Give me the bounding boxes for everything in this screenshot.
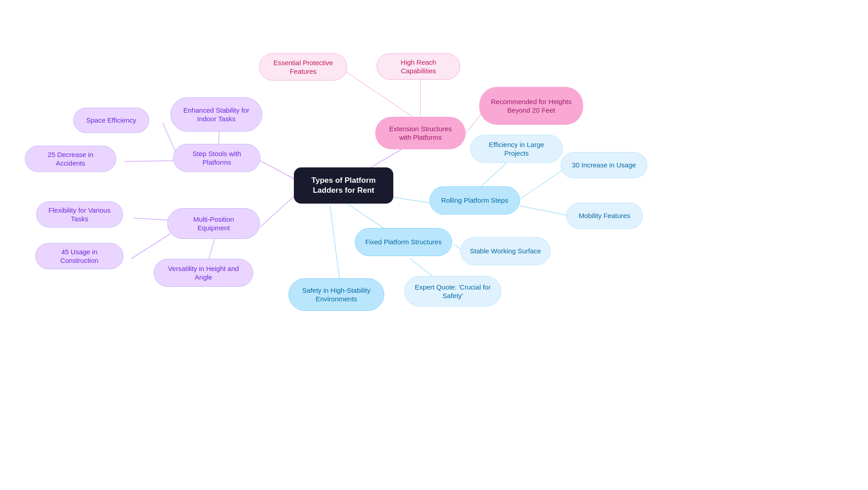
- efficiency-large-label: Efficiency in Large Projects: [480, 140, 553, 158]
- rolling-platform-node: Rolling Platform Steps: [429, 186, 520, 214]
- svg-line-7: [124, 161, 176, 162]
- stable-working-node: Stable Working Surface: [460, 237, 551, 265]
- usage-construction-node: 45 Usage in Construction: [35, 243, 123, 269]
- fixed-platform-node: Fixed Platform Structures: [355, 228, 452, 256]
- increase-usage-node: 30 Increase in Usage: [561, 152, 647, 178]
- svg-line-6: [163, 123, 176, 154]
- mobility-features-node: Mobility Features: [566, 203, 643, 229]
- center-label: Types of Platform Ladders for Rent: [303, 176, 384, 195]
- safety-high-stability-label: Safety in High-Stability Environments: [298, 286, 375, 304]
- rolling-platform-label: Rolling Platform Steps: [441, 196, 508, 205]
- decrease-accidents-label: 25 Decrease in Accidents: [34, 150, 107, 168]
- step-stools-node: Step Stools with Platforms: [173, 144, 260, 172]
- svg-line-14: [520, 168, 565, 199]
- expert-quote-label: Expert Quote: 'Crucial for Safety': [414, 283, 492, 300]
- recommended-heights-label: Recommended for Heights Beyond 20 Feet: [488, 97, 574, 115]
- expert-quote-node: Expert Quote: 'Crucial for Safety': [404, 276, 501, 307]
- multi-position-node: Multi-Position Equipment: [167, 208, 260, 239]
- svg-line-19: [330, 206, 340, 283]
- fixed-platform-label: Fixed Platform Structures: [365, 238, 442, 247]
- essential-protective-node: Essential Protective Features: [259, 53, 347, 81]
- mobility-features-label: Mobility Features: [579, 211, 630, 220]
- essential-protective-label: Essential Protective Features: [269, 58, 338, 76]
- versatility-label: Versatility in Height and Angle: [163, 264, 244, 282]
- svg-line-8: [260, 192, 298, 227]
- safety-high-stability-node: Safety in High-Stability Environments: [288, 278, 384, 311]
- high-reach-label: High Reach Capabilities: [386, 58, 451, 76]
- space-efficiency-node: Space Efficiency: [73, 108, 149, 133]
- decrease-accidents-node: 25 Decrease in Accidents: [25, 146, 116, 172]
- stable-working-label: Stable Working Surface: [470, 247, 541, 256]
- versatility-node: Versatility in Height and Angle: [154, 259, 253, 287]
- usage-construction-label: 45 Usage in Construction: [45, 247, 114, 265]
- space-efficiency-label: Space Efficiency: [86, 116, 137, 125]
- svg-line-4: [260, 161, 298, 181]
- multi-position-label: Multi-Position Equipment: [177, 215, 250, 233]
- flexibility-node: Flexibility for Various Tasks: [36, 201, 123, 228]
- svg-line-15: [520, 206, 570, 216]
- efficiency-large-node: Efficiency in Large Projects: [470, 135, 563, 163]
- recommended-heights-node: Recommended for Heights Beyond 20 Feet: [479, 87, 583, 125]
- increase-usage-label: 30 Increase in Usage: [572, 161, 636, 170]
- enhanced-stability-label: Enhanced Stability for Indoor Tasks: [180, 106, 253, 124]
- center-node: Types of Platform Ladders for Rent: [294, 167, 393, 204]
- flexibility-label: Flexibility for Various Tasks: [46, 206, 113, 224]
- step-stools-label: Step Stools with Platforms: [183, 149, 251, 167]
- extension-structures-node: Extension Structures with Platforms: [375, 117, 466, 149]
- enhanced-stability-node: Enhanced Stability for Indoor Tasks: [170, 97, 262, 132]
- extension-structures-label: Extension Structures with Platforms: [384, 124, 457, 142]
- high-reach-node: High Reach Capabilities: [377, 53, 460, 80]
- svg-line-9: [133, 218, 172, 220]
